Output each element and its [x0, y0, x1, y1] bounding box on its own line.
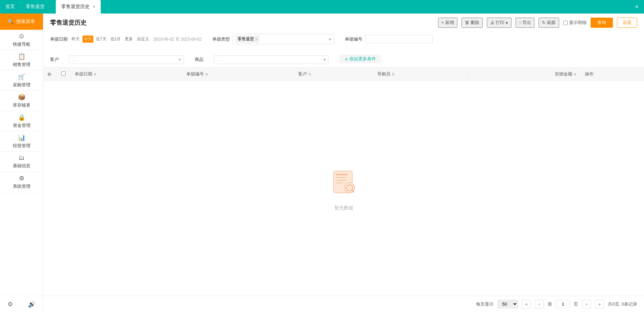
- svg-rect-4: [336, 182, 343, 183]
- empty-text: 暂无数据: [334, 205, 353, 211]
- sidebar-item-inventory[interactable]: 📦 库存核算: [0, 91, 43, 111]
- th-no[interactable]: 单据编号 ⇅: [182, 68, 294, 81]
- first-page-icon: «: [525, 302, 528, 307]
- sidebar-item-purchase-mgmt[interactable]: 🛒 采购管理: [0, 70, 43, 91]
- sidebar-item-system-mgmt[interactable]: ⚙ 系统管理: [0, 172, 43, 192]
- quick-nav-icon: ⊙: [19, 32, 24, 40]
- settings-icon: ⚙: [47, 72, 51, 77]
- refresh-btn-label: ↻ 刷新: [542, 20, 556, 26]
- sidebar-item-finance[interactable]: 🔒 资金管理: [0, 111, 43, 131]
- sidebar-item-operations[interactable]: 📊 经营管理: [0, 131, 43, 152]
- sidebar-item-quick-nav[interactable]: ⊙ 快捷导航: [0, 30, 43, 50]
- refresh-btn[interactable]: ↻ 刷新: [539, 18, 559, 28]
- sidebar-item-label: 销售管理: [13, 62, 30, 68]
- page-size-select[interactable]: 50 20 100: [498, 300, 518, 308]
- page-input[interactable]: [556, 300, 570, 308]
- tab-retail-return[interactable]: 零售退货 ×: [20, 0, 56, 14]
- last-page-btn[interactable]: »: [595, 300, 604, 309]
- th-settings[interactable]: ⚙: [43, 68, 57, 81]
- display-toggle: 显示明细: [563, 20, 587, 26]
- goods-select[interactable]: ... ▾: [214, 55, 329, 64]
- tab-retail-return-history-label: 零售退货历史: [61, 4, 90, 10]
- select-all-checkbox[interactable]: [61, 71, 66, 76]
- voucher-no-input[interactable]: [365, 35, 433, 43]
- tab-retail-return-close[interactable]: ×: [48, 4, 50, 9]
- yesterday-btn[interactable]: 昨天: [70, 36, 81, 43]
- filter-row-1: 单据日期 昨天 今天 近7天 近1月 更多 自定义 2023-06-02 至 2…: [50, 31, 637, 47]
- customer-filter: 客户 ... ▾: [50, 55, 184, 64]
- first-page-btn[interactable]: «: [522, 300, 531, 309]
- guide-sort-icon: ⇅: [392, 72, 395, 76]
- last7-btn[interactable]: 近7天: [95, 36, 108, 43]
- content-area: 零售退货历史 + 新增 🗑 删除 🖨 打印 ▾ ↑ 导出: [43, 14, 644, 312]
- sidebar-volume-btn[interactable]: 🔊: [28, 300, 35, 308]
- sidebar-item-basic-info[interactable]: 🗂 基础信息: [0, 152, 43, 172]
- collapse-filters-btn[interactable]: ∧ 收起更多条件: [339, 54, 381, 63]
- table-wrap: ⚙ 单据日期 ⇅ 单据编号: [43, 68, 644, 296]
- sidebar-item-sales-mgmt[interactable]: 📋 销售管理: [0, 50, 43, 70]
- sidebar-item-label: 资金管理: [13, 122, 30, 129]
- svg-rect-3: [336, 180, 347, 181]
- th-guide-label: 导购员: [377, 71, 390, 77]
- page-label: 第: [548, 301, 552, 307]
- th-no-sort[interactable]: 单据编号 ⇅: [186, 71, 290, 77]
- th-amount[interactable]: 实销金额 ⇅: [469, 68, 580, 81]
- prev-page-icon: ‹: [539, 302, 540, 307]
- voucher-type-select[interactable]: 零售退货 × ▾: [233, 34, 334, 44]
- th-date[interactable]: 单据日期 ⇅: [70, 68, 182, 81]
- last1m-btn[interactable]: 近1月: [109, 36, 122, 43]
- next-page-icon: ›: [586, 302, 587, 307]
- operations-icon: 📊: [18, 134, 25, 141]
- next-page-btn[interactable]: ›: [582, 300, 591, 309]
- print-btn-label: 🖨 打印: [490, 20, 505, 26]
- sidebar-search[interactable]: 🔍 搜索菜单: [0, 14, 43, 30]
- sidebar-item-label: 库存核算: [13, 102, 30, 108]
- window-close-btn[interactable]: ×: [629, 3, 644, 10]
- th-amount-sort[interactable]: 实销金额 ⇅: [473, 71, 576, 77]
- sidebar-item-label: 基础信息: [13, 163, 30, 169]
- th-customer-sort[interactable]: 客户 ⇅: [298, 71, 369, 77]
- collapse-icon: ∧: [345, 57, 348, 62]
- new-btn[interactable]: + 新增: [438, 18, 457, 28]
- voucher-type-filter: 单据类型 零售退货 × ▾: [212, 34, 334, 44]
- th-action-label: 操作: [585, 71, 594, 76]
- th-checkbox[interactable]: [57, 68, 70, 81]
- voucher-type-tag-close[interactable]: ×: [255, 37, 257, 41]
- print-btn[interactable]: 🖨 打印 ▾: [487, 18, 512, 28]
- custom-btn[interactable]: 自定义: [136, 36, 150, 43]
- export-btn-label: ↑ 导出: [519, 20, 531, 26]
- export-btn[interactable]: ↑ 导出: [516, 18, 534, 28]
- query-btn[interactable]: 查询: [591, 18, 613, 28]
- today-btn[interactable]: 今天: [82, 36, 93, 43]
- customer-select[interactable]: ... ▾: [69, 55, 184, 64]
- tab-home-label: 首页: [5, 4, 15, 10]
- tab-retail-return-history-close[interactable]: ×: [93, 4, 95, 9]
- goods-placeholder: ...: [217, 57, 220, 62]
- new-btn-label: + 新增: [442, 20, 454, 26]
- settings-btn[interactable]: 设置: [617, 18, 637, 28]
- page-size-label: 每页显示: [476, 301, 494, 307]
- more-btn[interactable]: 更多: [123, 36, 134, 43]
- th-amount-label: 实销金额: [555, 71, 572, 77]
- collapse-label: 收起更多条件: [350, 56, 376, 62]
- tab-home[interactable]: 首页: [0, 0, 20, 14]
- delete-btn[interactable]: 🗑 删除: [461, 18, 483, 28]
- display-toggle-checkbox[interactable]: [563, 21, 568, 25]
- page-unit: 页: [574, 301, 578, 307]
- voucher-type-tag: 零售退货 ×: [236, 36, 259, 43]
- date-filter-label: 单据日期: [50, 36, 68, 42]
- toolbar: + 新增 🗑 删除 🖨 打印 ▾ ↑ 导出 ↻ 刷新: [438, 18, 637, 28]
- page-header-top: 零售退货历史 + 新增 🗑 删除 🖨 打印 ▾ ↑ 导出: [50, 18, 637, 28]
- amount-sort-icon: ⇅: [574, 72, 576, 76]
- prev-page-btn[interactable]: ‹: [535, 300, 544, 309]
- tab-retail-return-history[interactable]: 零售退货历史 ×: [56, 0, 101, 14]
- tab-retail-return-label: 零售退货: [26, 4, 45, 10]
- main-layout: 🔍 搜索菜单 ⊙ 快捷导航 📋 销售管理 🛒 采购管理 📦 库存核算 🔒 资金管…: [0, 14, 644, 312]
- th-guide[interactable]: 导购员 ⇅: [373, 68, 469, 81]
- th-guide-sort[interactable]: 导购员 ⇅: [377, 71, 464, 77]
- voucher-no-label: 单据编号: [345, 36, 362, 42]
- goods-label: 商品: [195, 57, 211, 63]
- sidebar-gear-btn[interactable]: ⚙: [7, 300, 13, 308]
- th-date-sort[interactable]: 单据日期 ⇅: [75, 71, 178, 77]
- th-customer[interactable]: 客户 ⇅: [294, 68, 373, 81]
